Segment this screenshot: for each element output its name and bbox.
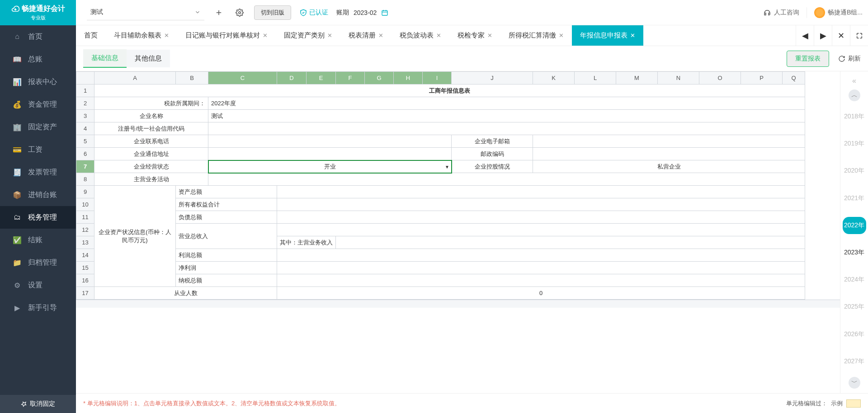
cloud-icon: [11, 5, 20, 14]
user-menu[interactable]: 畅捷通B组...: [814, 7, 863, 18]
shield-icon: [299, 9, 307, 17]
company-select[interactable]: 测试: [87, 5, 204, 20]
calendar-icon: [381, 9, 388, 16]
headset-icon: [763, 9, 771, 17]
app-header: 畅捷通好会计 专业版 测试 切到旧版 已认证 账期 2023-02 人工咨询: [0, 0, 868, 25]
chevron-down-icon: [194, 9, 201, 15]
brand-logo: 畅捷通好会计 专业版: [0, 0, 76, 25]
accounting-period[interactable]: 账期 2023-02: [336, 9, 388, 17]
add-button[interactable]: [212, 6, 225, 19]
avatar-icon: [814, 7, 825, 18]
switch-old-version-button[interactable]: 切到旧版: [254, 5, 291, 20]
settings-icon[interactable]: [233, 6, 246, 19]
verified-badge: 已认证: [299, 9, 328, 17]
svg-rect-1: [382, 10, 387, 15]
live-support-link[interactable]: 人工咨询: [763, 9, 799, 17]
svg-point-0: [239, 11, 241, 14]
